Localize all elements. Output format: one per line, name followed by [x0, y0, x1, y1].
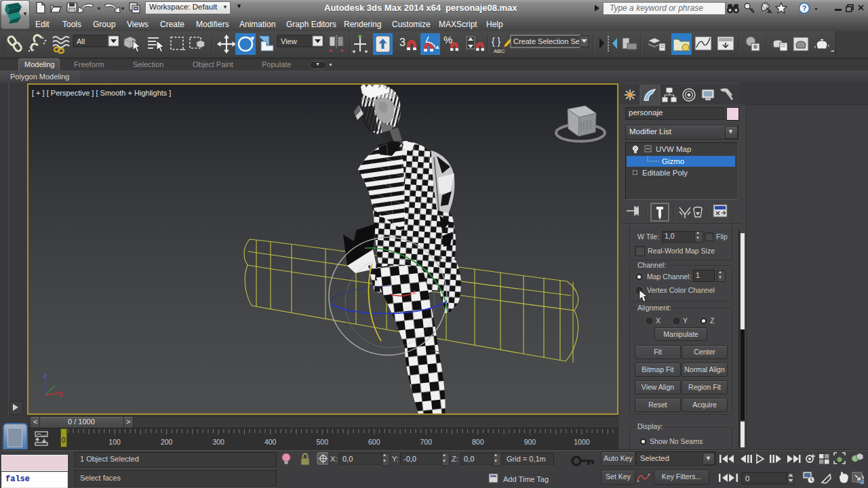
svg-text:3: 3 — [399, 37, 406, 48]
svg-text:UVW Map: UVW Map — [656, 145, 691, 153]
svg-text:{ }: { } — [492, 36, 501, 47]
svg-text:600: 600 — [368, 438, 380, 446]
svg-text:x: x — [60, 392, 63, 399]
svg-text:?: ? — [802, 4, 807, 12]
svg-text:300: 300 — [212, 438, 224, 446]
svg-text:z: z — [43, 371, 47, 380]
svg-text:Create Selection Set: Create Selection Set — [513, 37, 582, 45]
svg-text:1000: 1000 — [574, 438, 590, 446]
svg-text:400: 400 — [264, 438, 277, 446]
svg-text:200: 200 — [161, 438, 173, 446]
svg-text:Gizmo: Gizmo — [662, 157, 684, 165]
svg-text:All: All — [77, 37, 85, 45]
svg-text:x: x — [412, 288, 416, 296]
svg-text:800: 800 — [472, 438, 484, 446]
svg-text:700: 700 — [420, 438, 433, 446]
svg-text:500: 500 — [317, 438, 329, 446]
svg-text:ABC: ABC — [494, 48, 505, 54]
svg-text:0: 0 — [745, 474, 749, 483]
svg-text:View: View — [281, 37, 297, 45]
svg-text:100: 100 — [108, 438, 121, 446]
svg-text:Editable Poly: Editable Poly — [642, 169, 688, 177]
svg-text:900: 900 — [524, 438, 536, 446]
